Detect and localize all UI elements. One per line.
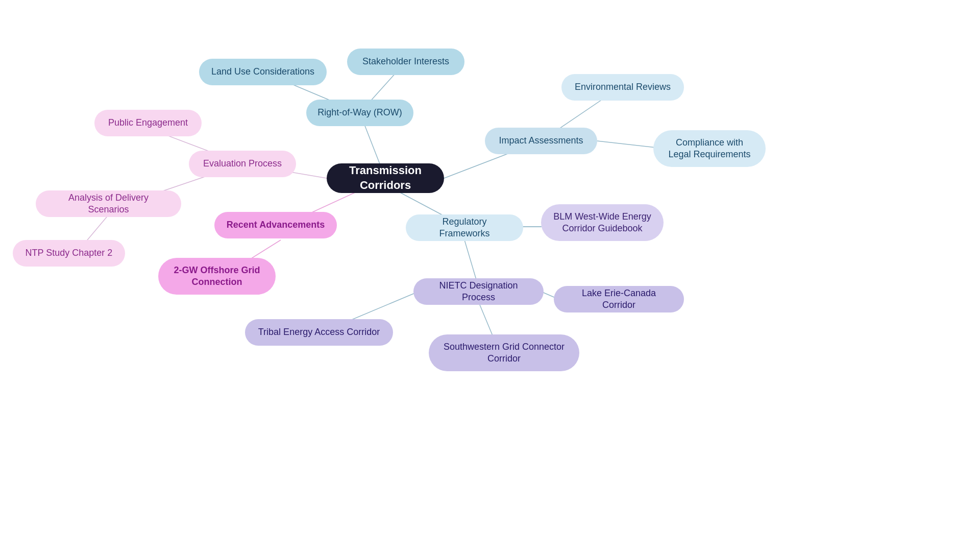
tribal-node[interactable]: Tribal Energy Access Corridor [245,319,393,346]
southwestern-label: Southwestern Grid Connector Corridor [440,341,568,365]
nietc-label: NIETC Designation Process [425,280,532,304]
impact-label: Impact Assessments [499,135,583,147]
lake-erie-node[interactable]: Lake Erie-Canada Corridor [554,286,684,312]
row-label: Right-of-Way (ROW) [317,107,402,118]
stakeholder-label: Stakeholder Interests [362,56,449,67]
nietc-node[interactable]: NIETC Designation Process [413,278,544,305]
public-eng-label: Public Engagement [108,117,188,129]
env-reviews-node[interactable]: Environmental Reviews [561,74,684,101]
blm-label: BLM West-Wide Energy Corridor Guidebook [552,211,652,235]
ntp-node[interactable]: NTP Study Chapter 2 [13,240,125,267]
southwestern-node[interactable]: Southwestern Grid Connector Corridor [429,334,579,371]
delivery-label: Analysis of Delivery Scenarios [47,192,170,216]
reg-frameworks-node[interactable]: Regulatory Frameworks [406,214,523,241]
offshore-node[interactable]: 2-GW Offshore Grid Connection [158,258,276,295]
compliance-node[interactable]: Compliance with Legal Requirements [653,130,766,167]
tribal-label: Tribal Energy Access Corridor [258,326,380,338]
blm-node[interactable]: BLM West-Wide Energy Corridor Guidebook [541,204,664,241]
center-label: Transmission Corridors [338,163,433,193]
env-reviews-label: Environmental Reviews [575,81,671,93]
land-use-label: Land Use Considerations [211,66,314,78]
land-use-node[interactable]: Land Use Considerations [199,59,327,85]
row-node[interactable]: Right-of-Way (ROW) [306,100,413,126]
reg-frameworks-label: Regulatory Frameworks [417,216,512,240]
ntp-label: NTP Study Chapter 2 [26,247,113,259]
lake-erie-label: Lake Erie-Canada Corridor [565,287,673,311]
stakeholder-node[interactable]: Stakeholder Interests [347,49,464,75]
compliance-label: Compliance with Legal Requirements [665,137,754,161]
recent-adv-label: Recent Advancements [227,219,325,231]
eval-process-label: Evaluation Process [203,158,282,170]
delivery-node[interactable]: Analysis of Delivery Scenarios [36,190,181,217]
center-node[interactable]: Transmission Corridors [327,163,444,193]
recent-adv-node[interactable]: Recent Advancements [214,212,337,238]
offshore-label: 2-GW Offshore Grid Connection [169,265,264,288]
eval-process-node[interactable]: Evaluation Process [189,151,296,177]
impact-node[interactable]: Impact Assessments [485,128,597,154]
public-eng-node[interactable]: Public Engagement [94,110,202,136]
